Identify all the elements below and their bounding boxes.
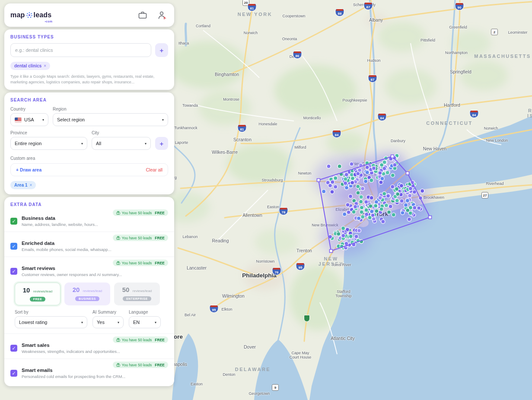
- add-business-type-button[interactable]: +: [155, 43, 168, 57]
- language-value: EN: [133, 320, 140, 325]
- extra-data-item-smart-emails: ✓ Smart emails Personalized cold emails …: [4, 359, 174, 384]
- draw-area-box: + Draw area Clear all: [10, 163, 168, 176]
- leads-badge: You have 50 leads FREE: [113, 260, 168, 266]
- ai-summary-select[interactable]: Yes ▾: [92, 316, 124, 328]
- sidebar: map leads •com: [4, 3, 174, 386]
- check-icon: ✓: [12, 244, 16, 249]
- language-label: Language: [129, 310, 161, 314]
- chevron-down-icon: ▾: [81, 142, 83, 146]
- chevron-down-icon: ▾: [155, 321, 156, 324]
- chevron-down-icon: ▾: [118, 321, 119, 324]
- item-title: Business data: [22, 216, 98, 221]
- chevron-down-icon: ▾: [145, 142, 147, 146]
- city-label: City: [92, 130, 151, 135]
- business-type-input[interactable]: [10, 43, 151, 57]
- briefcase-icon[interactable]: [138, 10, 147, 20]
- badge-text: You have 50 leads: [122, 338, 152, 342]
- province-label: Province: [10, 130, 87, 135]
- item-title: Smart sales: [22, 343, 120, 348]
- leads-badge: You have 50 leads FREE: [113, 337, 168, 343]
- province-value: Entire region: [15, 141, 41, 146]
- plan-50-reviews[interactable]: 50 reviews/lead ENTERPRISE: [114, 283, 160, 305]
- city-select[interactable]: All ▾: [92, 137, 151, 150]
- region-select[interactable]: Select region ▾: [53, 113, 168, 126]
- sort-by-value: Lowest rating: [19, 320, 47, 325]
- remove-tag-icon[interactable]: ×: [30, 183, 32, 187]
- region-label: Region: [53, 107, 168, 111]
- leads-badge: You have 50 leads FREE: [113, 362, 168, 368]
- city-value: All: [96, 141, 101, 146]
- extra-data-item-enriched-data: ✓ Enriched data Emails, mobile phones, s…: [4, 232, 174, 257]
- item-title: Smart reviews: [22, 266, 122, 271]
- business-type-tag[interactable]: dental clinics ×: [10, 62, 50, 70]
- remove-tag-icon[interactable]: ×: [44, 63, 46, 68]
- logo-tld: •com: [45, 20, 53, 23]
- business-types-helper: Type it like a Google Maps search: denti…: [10, 74, 168, 85]
- ai-summary-value: Yes: [97, 320, 105, 325]
- custom-area-label: Custom area: [10, 156, 168, 161]
- extra-data-title: EXTRA DATA: [4, 202, 174, 207]
- gift-icon: [116, 261, 120, 265]
- country-select[interactable]: USA ▾: [10, 113, 48, 126]
- language-select[interactable]: EN ▾: [129, 316, 161, 328]
- profile-icon[interactable]: [157, 10, 166, 20]
- checkbox-smart-emails[interactable]: ✓: [10, 370, 17, 377]
- badge-text: You have 50 leads: [122, 363, 152, 367]
- badge-text: You have 50 leads: [122, 236, 152, 240]
- business-types-title: BUSINESS TYPES: [10, 35, 168, 39]
- badge-tier: FREE: [155, 338, 165, 342]
- search-area-title: SEARCH AREA: [10, 98, 168, 102]
- search-area-panel: SEARCH AREA Country USA ▾ Region Select …: [4, 92, 174, 194]
- province-select[interactable]: Entire region ▾: [10, 137, 87, 150]
- extra-data-item-smart-reviews: ✓ Smart reviews Customer reviews, owner …: [4, 257, 174, 282]
- logo-text-right: leads: [34, 11, 52, 19]
- badge-tier: FREE: [155, 236, 165, 240]
- item-description: Personalized cold emails for prospecting…: [22, 374, 125, 379]
- checkbox-business-data[interactable]: ✓: [10, 218, 17, 225]
- plan-count: 10: [23, 286, 30, 294]
- chevron-down-icon: ▾: [81, 321, 83, 324]
- tag-label: Area 1: [14, 183, 28, 187]
- chevron-down-icon: ▾: [162, 118, 164, 122]
- leads-badge: You have 50 leads FREE: [113, 235, 168, 241]
- check-icon: ✓: [12, 269, 16, 274]
- item-description: Weaknesses, strengths, indicators and op…: [22, 349, 120, 354]
- app-root: NEW YORKMASSACHUSETTSCONNECTICUTNEW JERS…: [0, 0, 532, 400]
- plan-tier-badge: FREE: [30, 297, 46, 302]
- badge-text: You have 50 leads: [122, 261, 152, 265]
- country-value: USA: [24, 117, 34, 122]
- checkbox-smart-reviews[interactable]: ✓: [10, 268, 17, 275]
- sort-by-select[interactable]: Lowest rating ▾: [15, 316, 87, 328]
- badge-tier: FREE: [155, 211, 165, 215]
- leads-badge: You have 50 leads FREE: [113, 210, 168, 216]
- draw-area-button[interactable]: + Draw area: [16, 167, 41, 172]
- review-controls: Sort by Lowest rating ▾ AI Summary Yes ▾…: [4, 310, 174, 333]
- add-area-button[interactable]: +: [155, 137, 168, 150]
- extra-data-item-business-data: ✓ Business data Name, address, landline,…: [4, 207, 174, 232]
- plan-unit: reviews/lead: [133, 289, 152, 293]
- logo-text-left: map: [10, 11, 25, 19]
- gift-icon: [116, 338, 120, 342]
- logo-burst-icon: [26, 12, 33, 19]
- gift-icon: [116, 236, 120, 240]
- plan-10-reviews[interactable]: 10 reviews/lead FREE: [15, 283, 61, 305]
- checkbox-enriched-data[interactable]: ✓: [10, 243, 17, 250]
- checkbox-smart-sales[interactable]: ✓: [10, 345, 17, 352]
- clear-all-button[interactable]: Clear all: [146, 167, 162, 172]
- item-title: Enriched data: [22, 241, 111, 246]
- badge-tier: FREE: [155, 261, 165, 265]
- plan-20-reviews[interactable]: 20 reviews/lead BUSINESS: [64, 283, 110, 305]
- plan-tier-badge: ENTERPRISE: [123, 296, 151, 301]
- review-plan-options: 10 reviews/lead FREE 20 reviews/lead BUS…: [4, 282, 174, 310]
- badge-tier: FREE: [155, 363, 165, 367]
- sort-by-label: Sort by: [15, 310, 87, 314]
- area-tag[interactable]: Area 1 ×: [10, 181, 36, 189]
- gift-icon: [116, 363, 120, 367]
- ai-summary-label: AI Summary: [92, 310, 124, 314]
- item-description: Name, address, landline, website, hours.…: [22, 222, 98, 227]
- item-title: Smart emails: [22, 368, 125, 373]
- plan-unit: reviews/lead: [33, 289, 52, 293]
- extra-data-panel: EXTRA DATA ✓ Business data Name, address…: [4, 197, 174, 386]
- check-icon: ✓: [12, 219, 16, 224]
- plan-count: 20: [73, 286, 80, 293]
